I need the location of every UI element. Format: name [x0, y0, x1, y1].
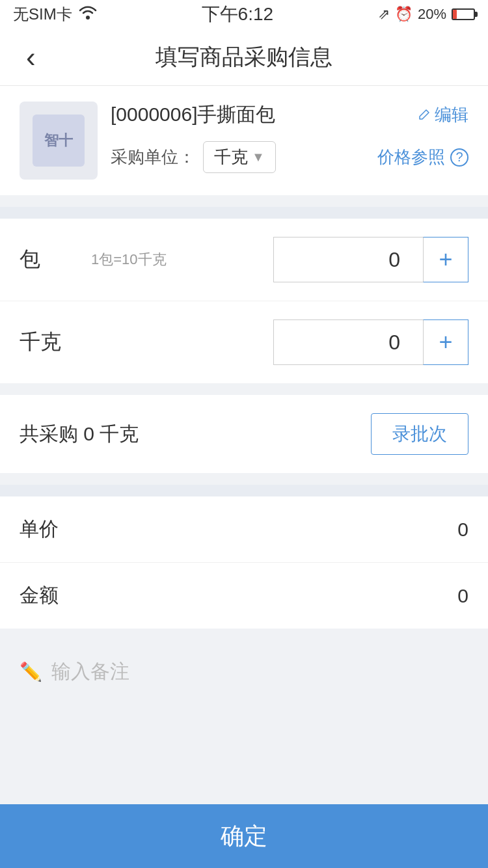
status-left: 无SIM卡 [13, 4, 97, 25]
product-thumbnail: 智十 [20, 102, 98, 180]
qty-input-bao[interactable] [273, 237, 423, 282]
price-ref-label: 价格参照 [377, 146, 445, 169]
status-right: ⇗ ⏰ 20% [378, 6, 475, 23]
qty-label-kg: 千克 [20, 328, 85, 357]
qty-label-bao: 包 [20, 245, 85, 274]
logo-text: 智十 [44, 131, 73, 150]
battery-icon [452, 8, 475, 20]
unit-price-value: 0 [457, 519, 468, 541]
dropdown-icon: ▼ [252, 150, 265, 165]
carrier-text: 无SIM卡 [13, 4, 72, 25]
confirm-button[interactable]: 确定 [0, 804, 488, 868]
qty-plus-bao[interactable]: + [423, 237, 468, 282]
divider-2 [0, 485, 488, 496]
nav-bar: ‹ 填写商品采购信息 [0, 29, 488, 86]
qty-input-kg[interactable] [273, 319, 423, 365]
summary-row: 共采购 0 千克 录批次 [0, 395, 488, 473]
confirm-label: 确定 [221, 821, 267, 852]
quantity-section: 包 1包=10千克 + 千克 + [0, 219, 488, 383]
battery-pct: 20% [418, 6, 446, 23]
qty-plus-kg[interactable]: + [423, 319, 468, 365]
unit-price-label: 单价 [20, 516, 59, 543]
product-name-row: [0000006]手撕面包 编辑 [111, 102, 468, 128]
product-info: [0000006]手撕面包 编辑 采购单位： 千克 ▼ 价格参照 ? [111, 102, 468, 173]
quantity-row-kg: 千克 + [0, 301, 488, 383]
quantity-row-bao: 包 1包=10千克 + [0, 219, 488, 301]
price-section: 单价 0 金额 0 [0, 496, 488, 629]
qty-sublabel-bao: 1包=10千克 [91, 250, 273, 269]
alarm-icon: ⏰ [395, 6, 413, 23]
back-button[interactable]: ‹ [20, 34, 42, 80]
qty-input-group-bao: + [273, 237, 468, 282]
price-row-unit: 单价 0 [0, 496, 488, 563]
product-name: [0000006]手撕面包 [111, 102, 275, 128]
edit-label: 编辑 [435, 103, 468, 126]
amount-value: 0 [457, 585, 468, 607]
remarks-placeholder: 输入备注 [51, 658, 129, 685]
summary-text: 共采购 0 千克 [20, 421, 139, 448]
price-row-amount: 金额 0 [0, 563, 488, 629]
product-logo: 智十 [33, 115, 85, 167]
status-time: 下午6:12 [202, 2, 274, 27]
amount-label: 金额 [20, 582, 59, 609]
unit-select[interactable]: 千克 ▼ [203, 141, 276, 173]
pencil-icon: ✏️ [20, 661, 42, 683]
wifi-icon [79, 5, 97, 23]
main-content: 智十 [0000006]手撕面包 编辑 采购单位： 千克 ▼ [0, 86, 488, 835]
location-icon: ⇗ [378, 6, 390, 23]
product-card: 智十 [0000006]手撕面包 编辑 采购单位： 千克 ▼ [0, 86, 488, 195]
price-reference-button[interactable]: 价格参照 ? [377, 146, 468, 169]
page-title: 填写商品采购信息 [156, 42, 332, 72]
edit-button[interactable]: 编辑 [416, 103, 468, 126]
help-icon: ? [450, 148, 468, 167]
divider-1 [0, 207, 488, 219]
unit-row: 采购单位： 千克 ▼ 价格参照 ? [111, 141, 468, 173]
status-bar: 无SIM卡 下午6:12 ⇗ ⏰ 20% [0, 0, 488, 29]
batch-button[interactable]: 录批次 [371, 413, 468, 455]
qty-input-group-kg: + [273, 319, 468, 365]
unit-value: 千克 [214, 146, 248, 169]
unit-label: 采购单位： [111, 146, 195, 169]
